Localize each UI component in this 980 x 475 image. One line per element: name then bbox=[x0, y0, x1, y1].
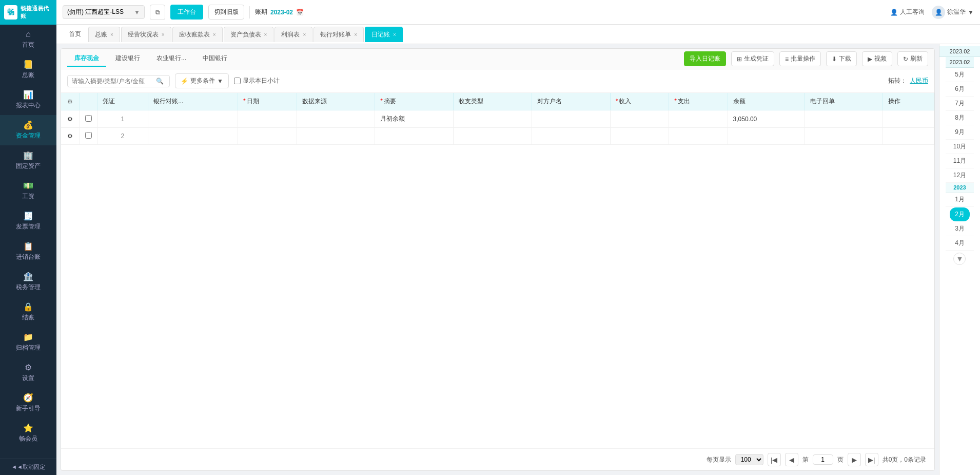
tab-label-ledger: 总账 bbox=[95, 30, 107, 39]
refresh-btn[interactable]: ↻ 刷新 bbox=[897, 51, 928, 66]
sub-tab-china-bank[interactable]: 中国银行 bbox=[195, 51, 234, 67]
calendar-month-12月[interactable]: 12月 bbox=[946, 168, 974, 183]
row-settings-1[interactable]: ⚙ bbox=[61, 128, 80, 145]
sidebar-item-fixed-assets[interactable]: 🏢固定资产 bbox=[0, 145, 56, 176]
calendar-month-2023-3月[interactable]: 3月 bbox=[946, 222, 974, 236]
per-page-select[interactable]: 2050100200 bbox=[735, 454, 763, 465]
calendar-month-10月[interactable]: 10月 bbox=[946, 140, 974, 154]
row-bank-match-1 bbox=[148, 128, 238, 145]
currency-value[interactable]: 人民币 bbox=[910, 77, 928, 85]
calendar-month-2023-2月[interactable]: 2月 bbox=[950, 207, 970, 221]
row-settings-0[interactable]: ⚙ bbox=[61, 110, 80, 128]
sidebar-item-invoice-mgmt[interactable]: 🧾发票管理 bbox=[0, 206, 56, 236]
daily-subtotal-checkbox[interactable]: 显示本日小计 bbox=[234, 77, 280, 85]
filter-btn[interactable]: ⚡ 更多条件 ▼ bbox=[175, 73, 229, 88]
sidebar-label-closing: 结账 bbox=[22, 313, 34, 322]
row-num-1: 2 bbox=[97, 128, 148, 145]
unpin-sidebar[interactable]: ◄◄取消固定 bbox=[0, 459, 56, 475]
sidebar-icon-assets-mgmt: 💰 bbox=[23, 120, 33, 130]
row-payment-type-0 bbox=[454, 110, 532, 128]
calendar-month-2023-4月[interactable]: 4月 bbox=[946, 236, 974, 251]
batch-op-btn[interactable]: ≡ 批量操作 bbox=[779, 51, 821, 66]
calendar-scroll-down[interactable]: ▼ bbox=[953, 253, 966, 265]
sub-tab-agriculture-bank[interactable]: 农业银行... bbox=[149, 51, 193, 67]
user-menu[interactable]: 👤 徐温华 ▼ bbox=[932, 6, 974, 19]
tab-close-profit[interactable]: × bbox=[303, 32, 306, 37]
tab-receivables[interactable]: 应收账款表× bbox=[172, 27, 223, 42]
tab-close-assets-liabilities[interactable]: × bbox=[264, 32, 267, 37]
sidebar-item-home[interactable]: ⌂首页 bbox=[0, 25, 56, 54]
switch-version-button[interactable]: 切到旧版 bbox=[208, 5, 244, 20]
sidebar-icon-invoice-mgmt: 🧾 bbox=[23, 211, 33, 221]
last-page-btn[interactable]: ▶| bbox=[865, 453, 878, 466]
calendar-month-9月[interactable]: 9月 bbox=[946, 125, 974, 140]
tab-biz-status[interactable]: 经营状况表× bbox=[121, 27, 171, 42]
row-checkbox-0[interactable] bbox=[80, 110, 97, 128]
row-expense-1 bbox=[669, 128, 728, 145]
page-input[interactable] bbox=[813, 454, 833, 465]
search-input[interactable] bbox=[72, 78, 154, 85]
import-journal-btn[interactable]: 导入日记账 bbox=[684, 51, 726, 66]
page-label: 第 bbox=[802, 455, 809, 464]
video-btn[interactable]: ▶ 视频 bbox=[862, 51, 892, 66]
sidebar-item-assets-mgmt[interactable]: 💰资金管理 bbox=[0, 115, 56, 145]
sidebar-icon-ledger: 📒 bbox=[23, 60, 33, 69]
tab-close-journal[interactable]: × bbox=[393, 32, 396, 37]
calendar-month-7月[interactable]: 7月 bbox=[946, 97, 974, 111]
sub-tab-construction-bank[interactable]: 建设银行 bbox=[108, 51, 147, 67]
company-action-icon[interactable]: ⧉ bbox=[150, 5, 165, 20]
daily-subtotal-input[interactable] bbox=[234, 78, 241, 84]
calendar-month-2023-1月[interactable]: 1月 bbox=[946, 193, 974, 207]
tab-close-ledger[interactable]: × bbox=[110, 32, 113, 37]
tab-close-bank-statement[interactable]: × bbox=[354, 32, 357, 37]
sub-tab-cash[interactable]: 库存现金 bbox=[67, 51, 106, 67]
sidebar-item-archive[interactable]: 📁归档管理 bbox=[0, 327, 56, 357]
sidebar-item-payroll[interactable]: 💵工资 bbox=[0, 176, 56, 206]
search-icon[interactable]: 🔍 bbox=[156, 78, 164, 85]
tab-profit[interactable]: 利润表× bbox=[275, 27, 312, 42]
content-area: 库存现金建设银行农业银行...中国银行 导入日记账 ⊞ 生成凭证 ≡ 批量操作 … bbox=[56, 44, 980, 475]
sidebar-item-guide[interactable]: 🧭新手引导 bbox=[0, 388, 56, 418]
tab-close-receivables[interactable]: × bbox=[213, 32, 216, 37]
support-link[interactable]: 👤 人工客询 bbox=[890, 8, 925, 16]
tab-label-profit: 利润表 bbox=[281, 30, 300, 39]
sidebar-item-ledger[interactable]: 📒总账 bbox=[0, 54, 56, 85]
sidebar-item-closing[interactable]: 🔒结账 bbox=[0, 297, 56, 327]
download-btn[interactable]: ⬇ 下载 bbox=[826, 51, 857, 66]
sidebar-item-tax-mgmt[interactable]: 🏦税务管理 bbox=[0, 267, 56, 297]
table-settings-icon[interactable]: ⚙ bbox=[67, 98, 73, 105]
sidebar-label-payroll: 工资 bbox=[22, 192, 34, 201]
tab-label-receivables: 应收账款表 bbox=[179, 30, 210, 39]
workbench-button[interactable]: 工作台 bbox=[170, 5, 203, 20]
company-selector[interactable]: (勿用) 江西超宝-LSS ▼ bbox=[63, 5, 145, 19]
row-check-0[interactable] bbox=[85, 115, 92, 122]
row-counterpart-0 bbox=[532, 110, 610, 128]
tab-journal[interactable]: 日记账× bbox=[365, 27, 403, 42]
col-header-expense: 支出 bbox=[669, 93, 728, 110]
tab-label-biz-status: 经营状况表 bbox=[128, 30, 159, 39]
avatar: 👤 bbox=[932, 6, 945, 19]
sidebar-item-reports[interactable]: 📊报表中心 bbox=[0, 85, 56, 115]
refresh-icon: ↻ bbox=[903, 55, 908, 63]
row-check-1[interactable] bbox=[85, 132, 92, 139]
tab-close-biz-status[interactable]: × bbox=[162, 32, 165, 37]
next-page-btn[interactable]: ▶ bbox=[848, 453, 861, 466]
tab-bank-statement[interactable]: 银行对账单× bbox=[313, 27, 364, 42]
tab-assets-liabilities[interactable]: 资产负债表× bbox=[224, 27, 274, 42]
prev-page-btn[interactable]: ◀ bbox=[785, 453, 798, 466]
calendar-month-11月[interactable]: 11月 bbox=[946, 154, 974, 168]
sidebar-item-settings[interactable]: ⚙设置 bbox=[0, 357, 56, 388]
sidebar-label-invoice-mgmt: 发票管理 bbox=[16, 222, 41, 231]
calendar-month-8月[interactable]: 8月 bbox=[946, 111, 974, 125]
tab-home[interactable]: 首页 bbox=[63, 27, 87, 42]
sidebar-item-member[interactable]: ⭐畅会员 bbox=[0, 418, 56, 448]
row-summary-0: 月初余额 bbox=[375, 110, 454, 128]
sidebar-item-sales-ledger[interactable]: 📋进销台账 bbox=[0, 236, 56, 267]
calendar-month-6月[interactable]: 6月 bbox=[946, 82, 974, 97]
generate-voucher-btn[interactable]: ⊞ 生成凭证 bbox=[731, 51, 774, 66]
period-edit-icon[interactable]: 📅 bbox=[296, 9, 304, 16]
row-checkbox-1[interactable] bbox=[80, 128, 97, 145]
first-page-btn[interactable]: |◀ bbox=[768, 453, 781, 466]
calendar-month-5月[interactable]: 5月 bbox=[946, 68, 974, 82]
tab-ledger[interactable]: 总账× bbox=[88, 27, 120, 42]
